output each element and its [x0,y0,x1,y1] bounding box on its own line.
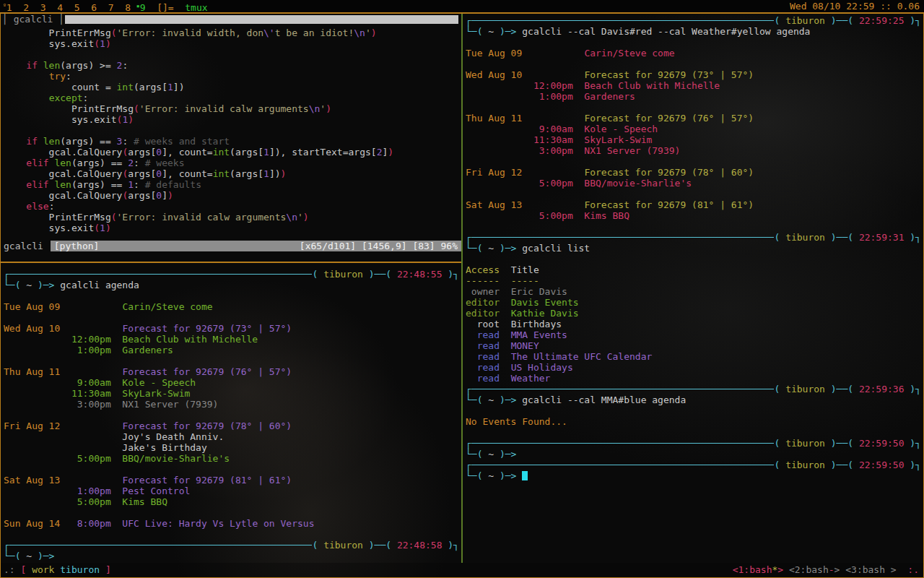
prompt-header-line: ┌( tiburon )──( 22:59:50 )┐ [466,438,923,449]
screen-window-list[interactable]: <1:bash*> <2:bash-> <3:bash > :. [733,563,919,577]
terminal-line: read The Ultimate UFC Calendar [466,351,923,362]
prompt-host: tiburon [785,438,825,449]
prompt-time: 22:59:25 [859,15,905,26]
terminal-line: 3:00pm NX1 Server (7939) [4,399,461,410]
terminal-line: Wed Aug 10 Forecast for 92679 (73° | 57°… [466,69,923,80]
prompt-header-line: ┌( tiburon )──( 22:48:58 )┐ [4,540,461,551]
terminal-line-blank [4,125,461,136]
terminal-line: root Birthdays [466,319,923,329]
prompt-rule [471,237,775,238]
tmux-status-bar: º1 2 3 4 5 6 7 8 ▪9 []= tmux Wed 08/10 2… [0,0,924,13]
terminal-line-blank [466,254,923,264]
vim-filetype: [python] [51,241,103,251]
terminal-line: Sun Aug 14 8:00pm UFC Live: Hardy Vs Lyt… [4,518,461,529]
terminal-line: PrintErrMsg('Error: invalid calw argumen… [4,103,461,114]
terminal-line: 5:00pm Kims BBQ [466,210,923,221]
vim-tab[interactable]: │ gcalcli │ [2,14,64,25]
screen-caption: .: [ work tiburon ] [4,563,111,577]
command-text: gcalcli list [522,243,590,254]
prompt-cwd: ~ [26,280,32,290]
terminal-line-blank [4,410,461,420]
terminal-line: if len(args) >= 2: [4,60,461,71]
terminal-line: else: [4,201,461,212]
prompt-header-line: ┌( tiburon )──( 22:59:36 )┐ [466,384,923,394]
prompt-rule [9,545,313,545]
terminal-line-blank [4,507,461,518]
prompt-host: tiburon [785,232,825,243]
vim-position-info: [x65/d101] [1456,9] [83] 96% [296,241,461,251]
terminal-line-blank [4,312,461,323]
terminal-cursor [522,471,528,480]
terminal-line: No Events Found... [466,416,923,427]
prompt-header-line: ┌( tiburon )──( 22:59:50 )┐ [466,460,923,470]
terminal-line: 9:00am Kole - Speech [4,377,461,388]
terminal-line-blank [466,189,923,199]
prompt-command-line: └─( ~ )─> gcalcli list [466,243,923,254]
terminal-line: Sat Aug 13 Forecast for 92679 (81° | 61°… [4,475,461,486]
prompt-time: 22:48:55 [397,269,443,280]
screen-status-bar: .: [ work tiburon ] <1:bash*> <2:bash-> … [1,563,923,577]
terminal-screen: º1 2 3 4 5 6 7 8 ▪9 []= tmux Wed 08/10 2… [0,0,924,578]
terminal-line: PrintErrMsg('Error: invalid calw argumen… [4,212,461,223]
terminal-line: Access Title [466,264,923,275]
prompt-rule [471,389,775,389]
terminal-line: 11:30am SkyLark-Swim [4,388,461,399]
prompt-command-line: └─( ~ )─> [4,551,461,561]
clock: Wed 08/10 22:59 :: 0.06 [790,0,920,12]
command-text: gcalcli --cal Davis#red --cal Weather#ye… [522,26,810,37]
terminal-line-blank [4,49,461,60]
terminal-line: 12:00pm Beach Club with Michelle [466,80,923,91]
prompt-host: tiburon [323,540,363,551]
prompt-time: 22:48:58 [397,540,443,551]
vim-buffer[interactable]: PrintErrMsg('Error: invalid width, don\'… [1,27,461,233]
terminal-line: read MONEY [466,340,923,351]
terminal-line: owner Eric Davis [466,286,923,297]
prompt-header-line: ┌( tiburon )──( 22:59:25 )┐ [466,15,923,26]
terminal-line: elif len(args) == 1: # defaults [4,179,461,190]
terminal-line: Thu Aug 11 Forecast for 92679 (76° | 57°… [466,113,923,124]
vim-pane[interactable]: │ gcalcli │ PrintErrMsg('Error: invalid … [1,14,461,262]
prompt-cwd: ~ [26,551,32,561]
terminal-line-blank [466,59,923,69]
terminal-line: Wed Aug 10 Forecast for 92679 (73° | 57°… [4,323,461,334]
terminal-line: read Weather [466,373,923,384]
right-terminal[interactable]: ┌( tiburon )──( 22:59:25 )┐└─( ~ )─> gca… [463,14,923,563]
prompt-time: 22:59:31 [859,232,905,243]
vim-tabline: │ gcalcli │ [1,14,461,25]
terminal-line: 5:00pm Kims BBQ [4,496,461,507]
terminal-line-blank [4,529,461,540]
terminal-line: sys.exit(1) [4,38,461,49]
terminal-line-blank [466,427,923,438]
prompt-host: tiburon [785,384,825,394]
terminal-line: read US Holidays [466,362,923,373]
left-column: │ gcalcli │ PrintErrMsg('Error: invalid … [1,14,461,563]
prompt-time: 22:59:50 [859,460,905,470]
terminal-line: 9:00am Kole - Speech [466,124,923,134]
prompt-header-line: ┌( tiburon )──( 22:59:31 )┐ [466,232,923,243]
terminal-line: Tue Aug 09 Carin/Steve come [466,48,923,59]
tmux-window-list[interactable]: º1 2 3 4 5 6 7 8 ▪9 []= tmux [3,0,208,14]
terminal-line: if len(args) == 3: # weeks and start [4,136,461,147]
left-terminal[interactable]: ┌( tiburon )──( 22:48:55 )┐└─( ~ )─> gca… [1,263,461,563]
prompt-rule [471,20,775,21]
prompt-cwd: ~ [488,470,494,481]
terminal-line: read MMA Events [466,329,923,340]
prompt-host: tiburon [785,15,825,26]
prompt-rule [471,443,775,444]
terminal-line-blank [466,102,923,113]
terminal-line: 1:00pm Pest Control [4,486,461,496]
terminal-line: gcal.CalQuery(args[0]) [4,190,461,201]
terminal-line: ------ ----- [466,275,923,286]
terminal-line: 1:00pm Gardeners [466,91,923,102]
prompt-cwd: ~ [488,26,494,37]
terminal-line-blank [4,464,461,475]
prompt-time: 22:59:50 [859,438,905,449]
prompt-command-line: └─( ~ )─> gcalcli agenda [4,280,461,290]
terminal-line-blank [466,405,923,416]
terminal-line-blank [466,37,923,48]
terminal-line: 5:00pm BBQ/movie-Sharlie's [466,178,923,189]
terminal-line: elif len(args) == 2: # weeks [4,158,461,168]
terminal-line: Sat Aug 13 Forecast for 92679 (81° | 61°… [466,199,923,210]
prompt-host: tiburon [785,460,825,470]
terminal-line-blank [4,290,461,301]
